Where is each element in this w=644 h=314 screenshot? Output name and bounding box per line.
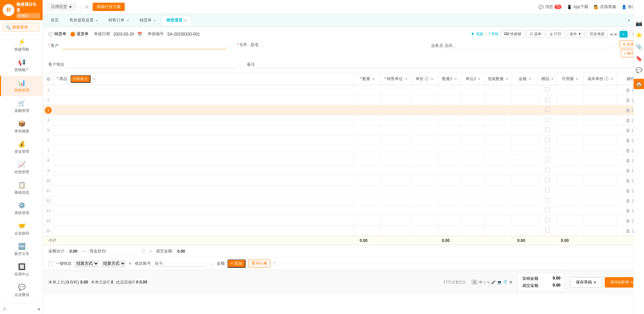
sidebar-item-marketing[interactable]: 📢 营销推广 (0, 55, 43, 76)
save-draft-btn[interactable]: 保存草稿 ∧ (570, 277, 602, 288)
delete-icon[interactable]: 🗑 (626, 178, 630, 183)
gift-cell[interactable] (538, 186, 556, 196)
cell-5[interactable] (485, 176, 512, 186)
sidebar-item-apps[interactable]: 🔲 应用中心 (0, 260, 43, 280)
tab-close-all[interactable]: ✕ (625, 17, 633, 23)
cell-1[interactable] (381, 166, 411, 176)
product-cell[interactable] (54, 176, 354, 186)
cell-0[interactable] (354, 125, 381, 135)
cell-5[interactable] (485, 105, 512, 115)
product-cell[interactable] (54, 166, 354, 176)
cell-0[interactable] (354, 206, 381, 216)
cell-1[interactable] (381, 155, 411, 166)
cell-4[interactable] (461, 85, 485, 95)
available-cell[interactable] (557, 85, 584, 95)
cell-5[interactable] (485, 166, 512, 176)
radio-delivery[interactable]: 销货单 (48, 31, 66, 37)
gift-cell[interactable] (538, 135, 556, 145)
cost-cell[interactable] (584, 125, 617, 135)
cell-2[interactable] (411, 145, 438, 155)
tab-sales-order[interactable]: 销售订单 × (103, 15, 133, 25)
delete-icon[interactable]: 🗑 (626, 87, 630, 93)
delete-icon[interactable]: 🗑 (626, 198, 630, 203)
gift-checkbox[interactable] (545, 137, 550, 142)
cell-2[interactable] (411, 125, 438, 135)
available-cell[interactable] (557, 196, 584, 206)
cell-0[interactable] (354, 145, 381, 155)
right-panel-icon-1[interactable]: 📷 (636, 20, 642, 26)
cell-3[interactable] (438, 115, 461, 125)
cell-4[interactable] (461, 216, 485, 226)
warehouse-dots[interactable]: ... (261, 43, 265, 47)
tab-price-setting[interactable]: 售价提取设置 × (64, 15, 103, 25)
cell-2[interactable] (411, 226, 438, 236)
cell-1[interactable] (381, 95, 411, 105)
cell-6[interactable] (512, 186, 538, 196)
gift-checkbox[interactable] (545, 117, 550, 122)
cost-cell[interactable] (584, 176, 617, 186)
cost-cell[interactable] (584, 196, 617, 206)
gift-cell[interactable] (538, 105, 556, 115)
note-input[interactable] (255, 61, 633, 68)
tab-sales-delivery[interactable]: 销货单 × (135, 15, 161, 25)
product-cell[interactable] (54, 206, 354, 216)
available-cell[interactable] (557, 186, 584, 196)
cell-4[interactable] (461, 145, 485, 155)
cell-4[interactable] (461, 105, 485, 115)
available-cell[interactable] (557, 105, 584, 115)
scan-btn[interactable]: 扫码录入 (70, 75, 91, 83)
account-dots[interactable]: ... (211, 261, 214, 266)
product-cell[interactable] (54, 186, 354, 196)
topbar-online-service[interactable]: 💁 在线客服 (594, 4, 616, 10)
cell-6[interactable] (512, 155, 538, 166)
gift-checkbox[interactable] (545, 198, 550, 202)
cell-0[interactable] (354, 105, 381, 115)
delete-icon[interactable]: 🗑 (626, 208, 630, 213)
delete-icon[interactable]: 🗑 (626, 108, 630, 113)
gift-checkbox[interactable] (545, 127, 550, 132)
delete-icon[interactable]: 🗑 (626, 158, 630, 163)
gift-checkbox[interactable] (545, 107, 550, 112)
cell-3[interactable] (438, 125, 461, 135)
cell-3[interactable] (438, 155, 461, 166)
cell-2[interactable] (411, 166, 438, 176)
cell-2[interactable] (411, 176, 438, 186)
cell-1[interactable] (381, 206, 411, 216)
cell-2[interactable] (411, 216, 438, 226)
cell-6[interactable] (512, 135, 538, 145)
cost-cell[interactable] (584, 216, 617, 226)
product-cell[interactable] (54, 196, 354, 206)
cell-1[interactable] (381, 115, 411, 125)
gift-checkbox[interactable] (545, 208, 550, 212)
sidebar-item-basics[interactable]: 📋 基础信息 (0, 178, 43, 198)
topbar-app-download[interactable]: 📱 App下载 (567, 4, 588, 10)
cost-cell[interactable] (584, 145, 617, 155)
tab-close-sales-order[interactable]: × (126, 18, 128, 22)
th-gear[interactable]: ⚙ (43, 73, 54, 85)
cell-3[interactable] (438, 145, 461, 155)
topbar-daily-goods[interactable]: 日用百货 ▼ (47, 3, 76, 11)
salesperson-input[interactable] (443, 42, 609, 49)
cell-4[interactable] (461, 95, 485, 105)
product-cell[interactable] (54, 226, 354, 236)
cell-2[interactable] (411, 95, 438, 105)
product-cell[interactable] (54, 95, 354, 105)
gift-cell[interactable] (538, 196, 556, 206)
topbar-message[interactable]: 💬 消息 70 (539, 4, 561, 10)
sidebar-item-sales[interactable]: 📊 销售管理 (0, 76, 43, 96)
cost-cell[interactable] (584, 135, 617, 145)
cell-4[interactable] (461, 206, 485, 216)
address-dots[interactable]: ... (238, 62, 241, 67)
gift-cell[interactable] (538, 226, 556, 236)
right-panel-icon-3[interactable]: 📎 (636, 44, 642, 50)
cell-0[interactable] (354, 95, 381, 105)
cell-4[interactable] (461, 155, 485, 166)
gift-checkbox[interactable] (545, 218, 550, 223)
topbar-settings-icon[interactable]: ⚙ (85, 5, 89, 9)
cell-1[interactable] (381, 186, 411, 196)
cell-6[interactable] (512, 196, 538, 206)
cell-3[interactable] (438, 176, 461, 186)
cell-2[interactable] (411, 105, 438, 115)
cell-6[interactable] (512, 206, 538, 216)
cell-0[interactable] (354, 186, 381, 196)
